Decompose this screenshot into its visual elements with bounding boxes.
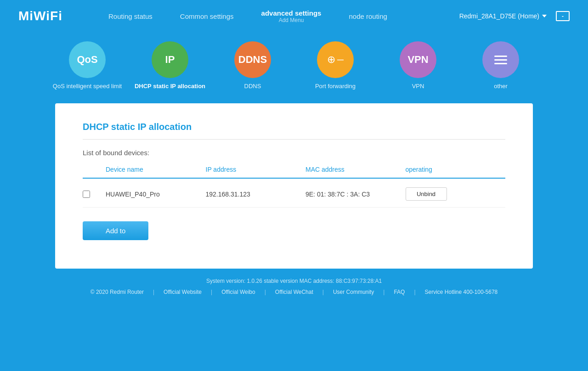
mac-address-cell: 9E: 01: 38:7C : 3A: C3: [305, 191, 406, 198]
qos-circle: QoS: [69, 41, 106, 78]
footer-links: © 2020 Redmi Router | Official Website |…: [18, 289, 570, 295]
ip-label: DHCP static IP allocation: [135, 83, 205, 90]
arrow-down: [153, 94, 170, 103]
table-row: HUAWEI_P40_Pro 192.168.31.123 9E: 01: 38…: [83, 181, 505, 208]
router-selector[interactable]: Redmi_28A1_D75E (Home): [459, 12, 547, 20]
selection-arrow: [0, 94, 464, 103]
nav-common-settings[interactable]: Common settings: [180, 12, 234, 20]
nav-routing-status[interactable]: Routing status: [108, 12, 153, 20]
ddns-label: DDNS: [244, 83, 261, 90]
nav-node-routing[interactable]: node routing: [349, 12, 387, 20]
ip-address-cell: 192.168.31.123: [206, 191, 306, 198]
vpn-label: VPN: [412, 83, 424, 90]
ip-label-inner: IP: [165, 54, 175, 66]
footer-service-hotline: Service Hotline 400-100-5678: [420, 289, 503, 295]
footer: System version: 1.0.26 stable version MA…: [0, 269, 588, 304]
mail-icon[interactable]: [556, 11, 570, 21]
footer-official-wechat[interactable]: Official WeChat: [271, 289, 318, 295]
chevron-down-icon: [542, 15, 547, 17]
footer-user-community[interactable]: User Community: [328, 289, 379, 295]
table-header-device-name: Device name: [106, 166, 206, 173]
icon-nav-ip[interactable]: IP DHCP static IP allocation: [129, 41, 211, 94]
other-circle: [482, 41, 519, 78]
device-name-cell: HUAWEI_P40_Pro: [106, 191, 206, 198]
icon-nav-vpn[interactable]: VPN VPN: [377, 41, 459, 94]
table-header-operating: operating: [406, 166, 506, 173]
vpn-label-inner: VPN: [407, 54, 428, 66]
router-name: Redmi_28A1_D75E (Home): [459, 12, 539, 20]
ddns-circle: DDNS: [234, 41, 271, 78]
icon-nav-other[interactable]: other: [459, 41, 542, 94]
row-checkbox[interactable]: [83, 191, 90, 198]
footer-sep-3: |: [318, 289, 328, 295]
icon-nav-port-forwarding[interactable]: ⊕ — Port forwarding: [294, 41, 377, 94]
qos-label-inner: QoS: [77, 54, 97, 66]
footer-official-website[interactable]: Official Website: [159, 289, 206, 295]
bound-label: List of bound devices:: [83, 149, 505, 157]
nav-advanced-settings[interactable]: advanced settings Add Menu: [261, 9, 322, 23]
footer-sep-0: |: [148, 289, 159, 295]
table-header-mac-address: MAC address: [305, 166, 406, 173]
ddns-label-inner: DDNS: [238, 54, 267, 66]
footer-copyright: © 2020 Redmi Router: [86, 289, 148, 295]
main-nav: Routing status Common settings advanced …: [108, 9, 459, 23]
header: MiWiFi Routing status Common settings ad…: [0, 0, 588, 32]
icon-nav-qos[interactable]: QoS QoS intelligent speed limit: [46, 41, 129, 94]
other-label: other: [494, 83, 508, 90]
table-header-ip-address: IP address: [206, 166, 306, 173]
content-card: DHCP static IP allocation List of bound …: [55, 103, 533, 269]
qos-label: QoS intelligent speed limit: [53, 83, 122, 90]
port-forwarding-label: Port forwarding: [315, 83, 356, 90]
vpn-circle: VPN: [400, 41, 436, 78]
table-header: Device name IP address MAC address opera…: [83, 166, 505, 179]
footer-official-weibo[interactable]: Official Weibo: [217, 289, 260, 295]
unbind-button[interactable]: Unbind: [406, 187, 447, 201]
footer-sep-4: |: [379, 289, 389, 295]
logo[interactable]: MiWiFi: [18, 9, 62, 23]
icon-nav-ddns[interactable]: DDNS DDNS: [211, 41, 294, 94]
port-forwarding-icon: ⊕ —: [327, 54, 344, 66]
footer-sep-1: |: [206, 289, 217, 295]
nav-add-menu: Add Menu: [279, 17, 304, 23]
icon-nav: QoS QoS intelligent speed limit IP DHCP …: [0, 32, 588, 94]
pf-circle: ⊕ —: [317, 41, 354, 78]
footer-system-info: System version: 1.0.26 stable version MA…: [18, 278, 570, 284]
logo-text: MiWiFi: [18, 9, 62, 23]
nav-advanced-label: advanced settings: [261, 9, 322, 17]
add-button[interactable]: Add to: [83, 221, 148, 240]
ip-circle: IP: [152, 41, 188, 78]
footer-faq[interactable]: FAQ: [389, 289, 409, 295]
footer-sep-2: |: [260, 289, 271, 295]
table-header-checkbox: [83, 166, 106, 173]
card-title: DHCP static IP allocation: [83, 122, 505, 140]
menu-icon: [494, 56, 507, 64]
footer-sep-5: |: [409, 289, 420, 295]
content-wrapper: DHCP static IP allocation List of bound …: [28, 103, 560, 269]
